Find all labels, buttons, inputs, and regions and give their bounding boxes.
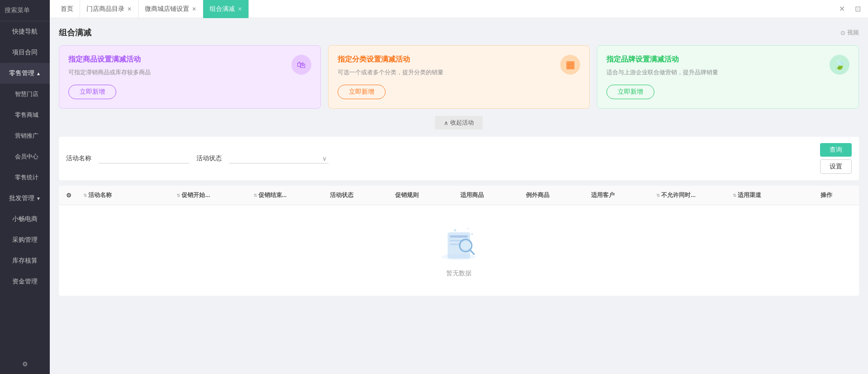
sidebar-item-retail-stats[interactable]: 零售统计: [0, 167, 50, 188]
product-card-add-btn[interactable]: 立即新增: [68, 85, 116, 99]
th-activity-status: 活动状态: [325, 186, 391, 205]
retail-expand-icon: ▲: [36, 71, 41, 76]
th-except-goods: 例外商品: [521, 186, 587, 205]
sidebar-item-label: 采购管理: [12, 236, 38, 244]
th-gear[interactable]: ⚙: [59, 187, 79, 204]
brand-card-title: 指定品牌设置满减活动: [606, 55, 849, 64]
svg-point-8: [454, 229, 456, 231]
th-promo-start: ⇅ 促销开始...: [172, 186, 248, 205]
tab-bar: 首页 门店商品目录 ✕ 微商城店铺设置 ✕ 组合满减 ✕ ✕ ⊡: [50, 0, 868, 18]
collapse-row: ∧ 收起活动: [59, 116, 859, 129]
sidebar-item-label: 零售商城: [15, 111, 38, 119]
sidebar-item-retail-mall[interactable]: 零售商城: [0, 105, 50, 125]
query-button[interactable]: 查询: [820, 143, 852, 157]
sidebar-item-fund-mgmt[interactable]: 资金管理: [0, 271, 50, 292]
sidebar-item-label: 智慧门店: [15, 90, 38, 98]
sidebar-item-label: 小畅电商: [12, 215, 38, 223]
th-applicable-channel: ⇅ 适用渠道: [728, 186, 793, 205]
sidebar-item-label: 批发管理: [9, 194, 34, 202]
tab-wechat-store-close[interactable]: ✕: [192, 6, 196, 12]
tab-home[interactable]: 首页: [54, 0, 80, 18]
sidebar-item-label: 快捷导航: [12, 28, 38, 36]
window-restore-icon[interactable]: ⊡: [852, 4, 863, 14]
sort-icon[interactable]: ⇅: [656, 193, 660, 198]
tab-combo-discount-close[interactable]: ✕: [238, 6, 242, 12]
activity-name-input[interactable]: [99, 154, 189, 163]
brand-card-icon: 🍃: [830, 55, 849, 75]
filter-actions: 查询 设置: [820, 143, 852, 174]
activity-status-label: 活动状态: [196, 154, 222, 163]
product-card-title: 指定商品设置满减活动: [68, 55, 311, 64]
sidebar-item-inventory-check[interactable]: 库存核算: [0, 250, 50, 271]
sort-icon[interactable]: ⇅: [733, 193, 736, 198]
tab-wechat-store[interactable]: 微商城店铺设置 ✕: [138, 0, 203, 18]
sidebar-item-retail-management[interactable]: 零售管理 ▲: [0, 63, 50, 84]
wholesale-expand-icon: ▼: [36, 196, 41, 201]
collapse-label: 收起活动: [450, 119, 474, 127]
th-operation: 操作: [794, 186, 859, 205]
sidebar-item-label: 库存核算: [12, 257, 38, 265]
category-card-desc: 可选一个或者多个分类，提升分类的销量: [338, 68, 581, 79]
sidebar: 搜索菜单 快捷导航 项目合同 零售管理 ▲ 智慧门店 零售商城 营销推广 会员中…: [0, 0, 50, 374]
th-applicable-customer: 适用客户: [587, 186, 652, 205]
sidebar-search[interactable]: 搜索菜单: [0, 0, 50, 21]
sidebar-item-purchase-mgmt[interactable]: 采购管理: [0, 230, 50, 250]
sidebar-item-xiaochangec[interactable]: 小畅电商: [0, 209, 50, 230]
category-card-title: 指定分类设置满减活动: [338, 55, 581, 64]
sort-icon[interactable]: ⇅: [83, 193, 87, 198]
th-applicable-goods: 适用商品: [456, 186, 521, 205]
sidebar-item-marketing[interactable]: 营销推广: [0, 125, 50, 146]
category-activity-card: 指定分类设置满减活动 ▦ 可选一个或者多个分类，提升分类的销量 立即新增: [328, 45, 590, 109]
content-area: 组合满减 ⊙ 视频 指定商品设置满减活动 🛍 可指定滞销商品或库存较多商品 立即…: [50, 18, 868, 374]
product-card-desc: 可指定滞销商品或库存较多商品: [68, 68, 311, 79]
product-activity-card: 指定商品设置满减活动 🛍 可指定滞销商品或库存较多商品 立即新增: [59, 45, 321, 109]
category-card-add-btn[interactable]: 立即新增: [338, 85, 386, 99]
th-promo-end: ⇅ 促销结束...: [249, 186, 325, 205]
sidebar-settings-btn[interactable]: ⚙: [0, 354, 50, 374]
svg-line-7: [470, 249, 474, 254]
tab-store-catalog[interactable]: 门店商品目录 ✕: [80, 0, 138, 18]
page-title: 组合满减: [59, 27, 91, 38]
tab-combo-discount-label: 组合满减: [210, 5, 235, 13]
sidebar-item-label: 零售统计: [15, 173, 38, 182]
sidebar-item-smart-store[interactable]: 智慧门店: [0, 84, 50, 105]
product-card-icon: 🛍: [291, 55, 311, 75]
sort-icon[interactable]: ⇅: [253, 193, 257, 198]
brand-card-desc: 适合与上游企业联合做营销，提升品牌销量: [606, 68, 849, 79]
page-header: 组合满减 ⊙ 视频: [59, 27, 859, 38]
sort-icon[interactable]: ⇅: [176, 193, 180, 198]
window-close-icon[interactable]: ✕: [836, 4, 848, 14]
tab-wechat-store-label: 微商城店铺设置: [145, 5, 189, 13]
sidebar-item-label: 资金管理: [12, 278, 38, 286]
tab-store-catalog-close[interactable]: ✕: [127, 6, 132, 12]
main-area: 首页 门店商品目录 ✕ 微商城店铺设置 ✕ 组合满减 ✕ ✕ ⊡ 组合满减 ⊙ …: [50, 0, 868, 374]
th-promo-rule: 促销规则: [391, 186, 456, 205]
video-link[interactable]: ⊙ 视频: [840, 29, 859, 37]
table-header: ⚙ ⇅ 活动名称 ⇅ 促销开始... ⇅ 促销结束... 活动状态: [59, 186, 859, 205]
tab-store-catalog-label: 门店商品目录: [86, 5, 124, 13]
sidebar-item-label: 零售管理: [9, 69, 34, 77]
collapse-icon: ∧: [444, 120, 448, 126]
activity-name-label: 活动名称: [66, 154, 91, 163]
filter-row: 活动名称 活动状态 ∨ 查询 设置: [59, 137, 859, 180]
brand-card-add-btn[interactable]: 立即新增: [606, 85, 654, 99]
gear-icon: ⚙: [66, 192, 72, 199]
th-activity-name: ⇅ 活动名称: [79, 186, 172, 205]
tab-combo-discount[interactable]: 组合满减 ✕: [203, 0, 249, 18]
sidebar-item-wholesale-mgmt[interactable]: 批发管理 ▼: [0, 188, 50, 209]
sidebar-item-quick-nav[interactable]: 快捷导航: [0, 21, 50, 42]
brand-activity-card: 指定品牌设置满减活动 🍃 适合与上游企业联合做营销，提升品牌销量 立即新增: [597, 45, 859, 109]
data-table: ⚙ ⇅ 活动名称 ⇅ 促销开始... ⇅ 促销结束... 活动状态: [59, 186, 859, 296]
empty-illustration: [436, 223, 482, 264]
svg-point-9: [467, 228, 469, 229]
svg-rect-2: [450, 235, 468, 238]
setting-button[interactable]: 设置: [820, 159, 852, 174]
activity-status-select[interactable]: ∨: [229, 154, 329, 163]
svg-point-10: [471, 233, 473, 235]
svg-point-6: [462, 242, 470, 249]
collapse-activity-btn[interactable]: ∧ 收起活动: [435, 116, 483, 129]
sidebar-item-member-center[interactable]: 会员中心: [0, 146, 50, 167]
tab-home-label: 首页: [61, 5, 73, 13]
cards-row: 指定商品设置满减活动 🛍 可指定滞销商品或库存较多商品 立即新增 指定分类设置满…: [59, 45, 859, 109]
sidebar-item-project-contract[interactable]: 项目合同: [0, 42, 50, 63]
